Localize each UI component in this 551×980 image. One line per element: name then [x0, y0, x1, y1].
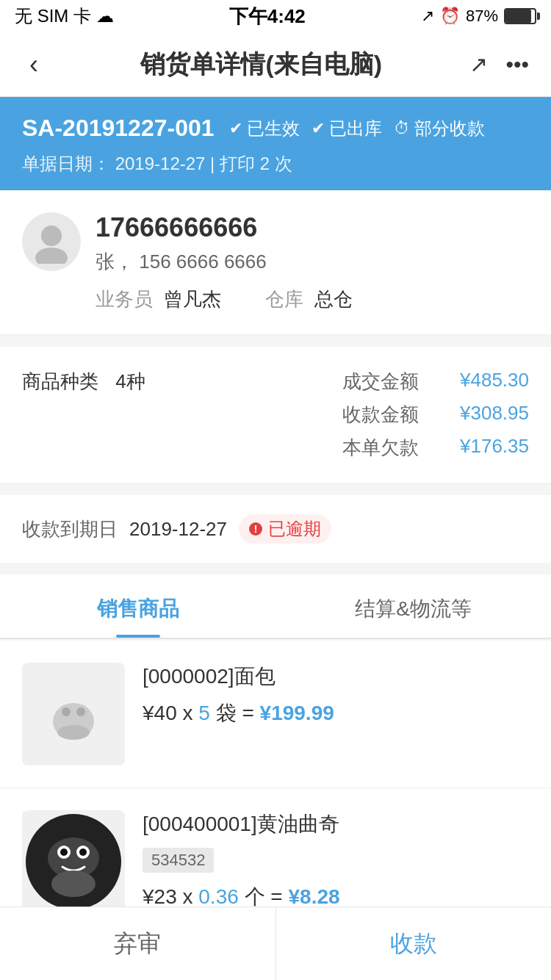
category-label: 商品种类 — [22, 370, 98, 392]
print-info: | 打印 2 次 — [210, 154, 292, 173]
svg-point-7 — [57, 725, 90, 740]
product-item-1: [0000002]面包 ¥40 x 5 袋 = ¥199.99 — [0, 641, 551, 788]
bottom-bar: 弃审 收款 — [0, 907, 551, 980]
product-image-2 — [22, 810, 125, 913]
more-icon[interactable]: ••• — [505, 52, 529, 77]
status-bar: 无 SIM 卡 ☁ 下午4:42 ↗ ⏰ 87% — [0, 0, 551, 32]
page-title: 销货单详情(来自电脑) — [53, 48, 469, 82]
order-date-row: 单据日期： 2019-12-27 | 打印 2 次 — [22, 152, 529, 176]
svg-point-13 — [79, 849, 87, 856]
collect-payment-button[interactable]: 收款 — [276, 907, 552, 980]
tabs-section: 销售商品 结算&物流等 — [0, 574, 551, 639]
product-details-1: [0000002]面包 ¥40 x 5 袋 = ¥199.99 — [143, 663, 529, 727]
owed-amount-row: 本单欠款 ¥176.35 — [342, 435, 529, 461]
product-badge-2: 534532 — [143, 848, 214, 873]
order-id: SA-20191227-001 — [22, 115, 215, 142]
warehouse-info: 仓库 总仓 — [265, 287, 353, 312]
tab-settlement-logistics[interactable]: 结算&物流等 — [276, 574, 551, 638]
customer-meta: 业务员 曾凡杰 仓库 总仓 — [96, 287, 529, 312]
product-image-1 — [22, 663, 125, 765]
order-tags: ✔ 已生效 ✔ 已出库 ⏱ 部分收款 — [229, 117, 485, 140]
product-name-1: [0000002]面包 — [143, 663, 529, 691]
check-icon-2: ✔ — [311, 119, 325, 138]
overdue-badge: ! 已逾期 — [239, 514, 331, 544]
nav-bar: ‹ 销货单详情(来自电脑) ↗︎ ••• — [0, 32, 551, 97]
due-date-section: 收款到期日 2019-12-27 ! 已逾期 — [0, 495, 551, 563]
overdue-icon: ! — [249, 522, 262, 536]
product-price-1: ¥40 x 5 袋 = ¥199.99 — [143, 699, 529, 727]
order-header-banner: SA-20191227-001 ✔ 已生效 ✔ 已出库 ⏱ 部分收款 单据日期：… — [0, 97, 551, 190]
abandon-review-button[interactable]: 弃审 — [0, 907, 276, 980]
product-list: [0000002]面包 ¥40 x 5 袋 = ¥199.99 — [0, 641, 551, 936]
status-right: ↗ ⏰ 87% — [421, 7, 536, 26]
customer-account: 17666666666 — [96, 212, 529, 243]
stats-section: 商品种类 4种 成交金额 ¥485.30 收款金额 ¥308.95 本单欠款 ¥… — [0, 347, 551, 483]
category-stat: 商品种类 4种 — [22, 369, 145, 461]
tab-sales-products[interactable]: 销售商品 — [0, 574, 276, 638]
category-count: 4种 — [115, 370, 145, 392]
status-left: 无 SIM 卡 ☁ — [15, 4, 114, 28]
alarm-icon: ⏰ — [440, 7, 460, 26]
svg-point-14 — [51, 871, 96, 897]
tag-partial-payment: ⏱ 部分收款 — [394, 117, 485, 140]
order-date: 2019-12-27 — [115, 154, 206, 173]
battery-icon — [504, 8, 536, 24]
deal-amount-row: 成交金额 ¥485.30 — [342, 369, 529, 394]
agent-info: 业务员 曾凡杰 — [96, 287, 221, 312]
share-icon[interactable]: ↗︎ — [469, 51, 488, 77]
svg-point-12 — [60, 849, 68, 856]
nav-actions: ↗︎ ••• — [469, 51, 529, 77]
avatar — [22, 212, 81, 271]
location-icon: ↗ — [421, 7, 434, 26]
status-time: 下午4:42 — [229, 4, 306, 29]
date-label: 单据日期： — [22, 154, 110, 173]
svg-point-6 — [76, 707, 85, 716]
customer-name-phone: 张， 156 6666 6666 — [96, 249, 529, 275]
back-button[interactable]: ‹ — [22, 42, 46, 87]
tag-shipped: ✔ 已出库 — [311, 117, 382, 140]
customer-info: 17666666666 张， 156 6666 6666 业务员 曾凡杰 仓库 … — [96, 212, 529, 312]
svg-point-5 — [62, 707, 71, 716]
product-name-2: [000400001]黄油曲奇 — [143, 810, 529, 838]
tabs-row: 销售商品 结算&物流等 — [0, 574, 551, 638]
amount-stats: 成交金额 ¥485.30 收款金额 ¥308.95 本单欠款 ¥176.35 — [342, 369, 529, 461]
clock-icon: ⏱ — [394, 119, 410, 138]
battery-text: 87% — [466, 7, 498, 26]
svg-point-0 — [41, 226, 62, 246]
svg-point-1 — [35, 248, 68, 264]
check-icon-1: ✔ — [229, 119, 242, 138]
product-details-2: [000400001]黄油曲奇 534532 ¥23 x 0.36 个 = ¥8… — [143, 810, 529, 911]
tag-effective: ✔ 已生效 — [229, 117, 300, 140]
sim-signal-text: 无 SIM 卡 ☁ — [15, 4, 114, 28]
received-amount-row: 收款金额 ¥308.95 — [342, 402, 529, 428]
customer-section: 17666666666 张， 156 6666 6666 业务员 曾凡杰 仓库 … — [0, 190, 551, 335]
